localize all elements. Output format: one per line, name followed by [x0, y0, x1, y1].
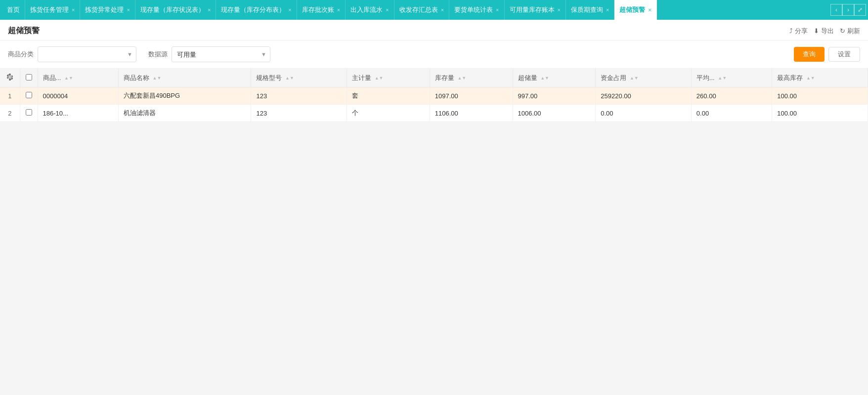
sort-product-code-icon: ▲▼ [64, 76, 73, 80]
set-button[interactable]: 设置 [828, 47, 860, 62]
table-header-row: 商品... ▲▼ 商品名称 ▲▼ 规格型号 ▲▼ 主计量 ▲▼ [0, 69, 868, 87]
sort-product-name-icon: ▲▼ [153, 76, 162, 80]
cell-product-name-1: 机油滤清器 [118, 105, 251, 122]
th-capital[interactable]: 资金占用 ▲▼ [596, 69, 692, 87]
data-source-select[interactable]: 可用量 库存量 [172, 46, 270, 62]
close-quality-icon[interactable]: × [606, 7, 609, 13]
export-icon: ⬇ [814, 27, 819, 35]
nav-tab-summary[interactable]: 收发存汇总表 × [394, 0, 449, 20]
cell-product-code-0: 0000004 [38, 87, 118, 105]
sort-spec-icon: ▲▼ [285, 76, 294, 80]
row-num-0: 1 [0, 87, 20, 105]
close-flow-icon[interactable]: × [386, 7, 389, 13]
gear-header-icon[interactable] [6, 73, 14, 81]
cell-spec-1: 123 [251, 105, 347, 122]
share-button[interactable]: ⤴ 分享 [789, 27, 808, 36]
nav-tab-quality[interactable]: 保质期查询 × [566, 0, 614, 20]
data-source-select-wrapper: 可用量 库存量 ▼ [172, 46, 270, 62]
data-source-filter: 数据源 可用量 库存量 ▼ [148, 46, 270, 62]
cell-max-stock-1: 100.00 [772, 105, 868, 122]
th-avg[interactable]: 平均... ▲▼ [691, 69, 772, 87]
product-category-select[interactable] [38, 46, 136, 62]
nav-tab-flow[interactable]: 出入库流水 × [346, 0, 394, 20]
nav-tab-picking-task[interactable]: 拣货任务管理 × [25, 0, 80, 20]
nav-arrow-right[interactable]: › [842, 4, 854, 16]
th-unit[interactable]: 主计量 ▲▼ [347, 69, 430, 87]
th-over-stock[interactable]: 超储量 ▲▼ [513, 69, 596, 87]
table-row: 1 0000004 六配套新昌490BPG 123 套 1097.00 997.… [0, 87, 868, 105]
nav-tab-stock-dist[interactable]: 现存量（库存分布表） × [216, 0, 297, 20]
row-checkbox-0[interactable] [26, 92, 32, 98]
product-category-filter: 商品分类 ▼ [8, 46, 136, 62]
cell-stock-0: 1097.00 [430, 87, 513, 105]
table-row: 2 186-10... 机油滤清器 123 个 1106.00 1006.00 … [0, 105, 868, 122]
close-picking-task-icon[interactable]: × [72, 7, 75, 13]
sort-capital-icon: ▲▼ [630, 76, 639, 80]
sort-unit-icon: ▲▼ [375, 76, 384, 80]
cell-stock-1: 1106.00 [430, 105, 513, 122]
close-summary-icon[interactable]: × [441, 7, 444, 13]
nav-arrow-expand[interactable]: ⤢ [854, 4, 866, 16]
row-checkbox-col-0 [20, 87, 38, 105]
header-actions: ⤴ 分享 ⬇ 导出 ↻ 刷新 [789, 27, 860, 36]
main-content: 超储预警 ⤴ 分享 ⬇ 导出 ↻ 刷新 商品分类 ▼ [0, 20, 868, 122]
nav-tab-picking-exception[interactable]: 拣货异常处理 × [80, 0, 135, 20]
sort-max-stock-icon: ▲▼ [806, 76, 815, 80]
row-checkbox-col-1 [20, 105, 38, 122]
refresh-button[interactable]: ↻ 刷新 [840, 27, 860, 36]
close-picking-exception-icon[interactable]: × [127, 7, 130, 13]
cell-unit-1: 个 [347, 105, 430, 122]
close-available-icon[interactable]: × [558, 7, 561, 13]
select-all-checkbox[interactable] [26, 74, 32, 80]
data-table: 商品... ▲▼ 商品名称 ▲▼ 规格型号 ▲▼ 主计量 ▲▼ [0, 69, 868, 122]
th-gear [0, 69, 20, 87]
query-button[interactable]: 查询 [794, 47, 825, 62]
close-stock-dist-icon[interactable]: × [288, 7, 291, 13]
close-batch-icon[interactable]: × [337, 7, 340, 13]
nav-tab-batch[interactable]: 库存批次账 × [297, 0, 346, 20]
filter-actions: 查询 设置 [794, 47, 860, 62]
export-button[interactable]: ⬇ 导出 [814, 27, 834, 36]
cell-avg-0: 260.00 [691, 87, 772, 105]
cell-over-stock-1: 1006.00 [513, 105, 596, 122]
cell-over-stock-0: 997.00 [513, 87, 596, 105]
product-category-label: 商品分类 [8, 50, 34, 59]
cell-unit-0: 套 [347, 87, 430, 105]
th-max-stock[interactable]: 最高库存 ▲▼ [772, 69, 868, 87]
cell-max-stock-0: 100.00 [772, 87, 868, 105]
top-navigation: 首页 拣货任务管理 × 拣货异常处理 × 现存量（库存状况表） × 现存量（库存… [0, 0, 868, 20]
share-icon: ⤴ [789, 27, 793, 35]
close-order-stats-icon[interactable]: × [496, 7, 499, 13]
nav-arrow-left[interactable]: ‹ [830, 4, 842, 16]
th-product-name[interactable]: 商品名称 ▲▼ [118, 69, 251, 87]
row-checkbox-1[interactable] [26, 109, 32, 116]
cell-product-code-1: 186-10... [38, 105, 118, 122]
filter-row: 商品分类 ▼ 数据源 可用量 库存量 ▼ 查询 设置 [0, 40, 868, 69]
sort-over-stock-icon: ▲▼ [540, 76, 549, 80]
cell-spec-0: 123 [251, 87, 347, 105]
page-header: 超储预警 ⤴ 分享 ⬇ 导出 ↻ 刷新 [0, 20, 868, 40]
nav-tab-home[interactable]: 首页 [2, 0, 25, 20]
nav-tab-order-stats[interactable]: 要货单统计表 × [449, 0, 504, 20]
close-overstock-icon[interactable]: × [648, 7, 651, 13]
close-stock-status-icon[interactable]: × [208, 7, 211, 13]
sort-stock-icon: ▲▼ [457, 76, 466, 80]
nav-tab-available[interactable]: 可用量库存账本 × [505, 0, 566, 20]
page-title: 超储预警 [8, 26, 40, 36]
cell-capital-0: 259220.00 [596, 87, 692, 105]
refresh-icon: ↻ [840, 27, 845, 35]
th-spec[interactable]: 规格型号 ▲▼ [251, 69, 347, 87]
th-stock[interactable]: 库存量 ▲▼ [430, 69, 513, 87]
cell-avg-1: 0.00 [691, 105, 772, 122]
row-num-1: 2 [0, 105, 20, 122]
th-product-code[interactable]: 商品... ▲▼ [38, 69, 118, 87]
data-table-wrapper: 商品... ▲▼ 商品名称 ▲▼ 规格型号 ▲▼ 主计量 ▲▼ [0, 69, 868, 122]
nav-tab-stock-status[interactable]: 现存量（库存状况表） × [135, 0, 216, 20]
table-body: 1 0000004 六配套新昌490BPG 123 套 1097.00 997.… [0, 87, 868, 122]
nav-tab-overstock[interactable]: 超储预警 × [614, 0, 656, 20]
cell-capital-1: 0.00 [596, 105, 692, 122]
cell-product-name-0: 六配套新昌490BPG [118, 87, 251, 105]
product-category-select-wrapper: ▼ [38, 46, 136, 62]
sort-avg-icon: ▲▼ [718, 76, 727, 80]
data-source-label: 数据源 [148, 50, 168, 59]
